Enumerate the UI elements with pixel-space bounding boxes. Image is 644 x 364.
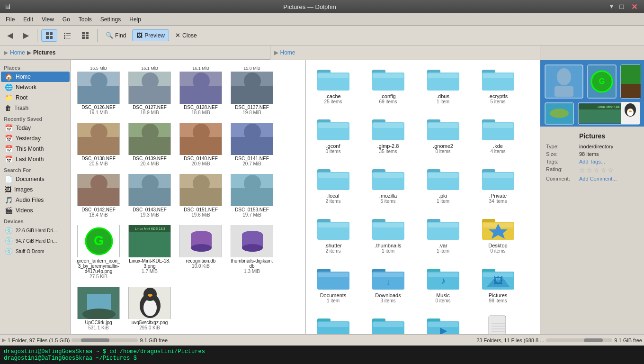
- documents-icon: 📄: [5, 175, 13, 183]
- file-item[interactable]: UpCC9rk.jpg531.1 KiB: [75, 285, 122, 332]
- sidebar-item-root[interactable]: 📁 Root: [1, 92, 70, 103]
- view-details-button[interactable]: [59, 29, 75, 42]
- preview-button[interactable]: 🖼 Preview: [132, 29, 169, 41]
- nef-thumbnail: [231, 174, 273, 206]
- find-button[interactable]: 🔍 Find: [101, 29, 130, 41]
- close-split-button[interactable]: ✕ Close: [171, 29, 201, 41]
- folder-item[interactable]: ▶Videos: [420, 313, 467, 334]
- rating-stars[interactable]: ☆☆☆☆☆: [579, 166, 615, 174]
- breadcrumb-home[interactable]: Home: [10, 49, 25, 56]
- file-item[interactable]: Linux Mint KDE 18.3Linux-Mint-KDE-18.3.p…: [126, 223, 173, 281]
- sidebar-item-videos[interactable]: 🎬 Videos: [1, 205, 70, 216]
- file-item[interactable]: 16.5 MiBDSC_0126.NEF19.1 MiB: [75, 64, 122, 117]
- sidebar-item-documents[interactable]: 📄 Documents: [1, 174, 70, 184]
- sidebar-item-trash[interactable]: 🗑 Trash: [1, 103, 70, 113]
- file-item[interactable]: 15.8 MiBDSC_0137.NEF19.8 MiB: [228, 64, 276, 117]
- folder-item[interactable]: 🖼Pictures98 items: [474, 263, 522, 305]
- folder-item[interactable]: .shutter2 items: [310, 213, 357, 255]
- back-button[interactable]: ◀: [3, 28, 17, 43]
- svg-point-62: [191, 244, 212, 252]
- menu-view[interactable]: View: [38, 15, 58, 24]
- folder-item[interactable]: .var1 item: [420, 213, 467, 255]
- sidebar-item-hdd2[interactable]: 💿 94.7 GiB Hard Dri...: [1, 236, 70, 246]
- folder-item[interactable]: Public: [310, 313, 357, 334]
- sidebar-item-this-month[interactable]: 📅 This Month: [1, 144, 70, 154]
- menu-edit[interactable]: Edit: [19, 15, 37, 24]
- sidebar-item-yesterday[interactable]: 📅 Yesterday: [1, 133, 70, 144]
- menu-tools[interactable]: Tools: [75, 15, 96, 24]
- folder-item[interactable]: ↓Downloads3 items: [365, 263, 412, 305]
- folder-count: 1 item: [382, 248, 394, 254]
- file-item[interactable]: DSC_0140.NEF20.9 MiB: [177, 121, 224, 168]
- folder-label: .shutter: [324, 243, 342, 248]
- folder-item[interactable]: .kde4 items: [474, 114, 522, 156]
- sidebar-item-stuff[interactable]: 💿 Stuff O Doom: [1, 246, 70, 256]
- sidebar-item-today[interactable]: 📅 Today: [1, 123, 70, 133]
- view-icons-button[interactable]: [41, 29, 57, 42]
- folder-item[interactable]: .gconf0 items: [310, 114, 357, 156]
- file-item[interactable]: Ggreen_lantern_icon_3_by_jeremymallin-d4…: [75, 223, 122, 281]
- folder-item[interactable]: ♪Music0 items: [420, 263, 467, 305]
- folder-item[interactable]: .config69 items: [365, 64, 412, 106]
- menu-help[interactable]: Help: [125, 15, 145, 24]
- today-icon: 📅: [5, 124, 13, 132]
- root-icon: 📁: [5, 94, 13, 101]
- folder-item[interactable]: .local2 items: [310, 164, 357, 206]
- file-item[interactable]: DSC_0138.NEF20.5 MiB: [75, 121, 122, 168]
- file-item[interactable]: DSC_0151.NEF19.6 MiB: [177, 172, 224, 219]
- sidebar-item-audio[interactable]: 🎵 Audio Files: [1, 195, 70, 205]
- main-container: Places 🏠 Home 🌐 Network 📁 Root 🗑 Trash R…: [0, 60, 644, 334]
- file-item[interactable]: DSC_0153.NEF19.7 MiB: [228, 172, 276, 219]
- comment-link[interactable]: Add Comment...: [579, 176, 617, 182]
- sidebar-item-last-month[interactable]: 📅 Last Month: [1, 154, 70, 164]
- file-item[interactable]: recognition.db10.0 KiB: [177, 223, 224, 281]
- folder-item[interactable]: .Private34 items: [474, 164, 522, 206]
- sidebar-item-images[interactable]: 🖼 Images: [1, 184, 70, 195]
- titlebar-controls: ▾ ◻ ✕: [608, 1, 640, 12]
- left-scrollbar-track[interactable]: [72, 338, 138, 342]
- tags-link[interactable]: Add Tags...: [579, 159, 605, 164]
- gl-thumbnail: G: [78, 225, 119, 257]
- file-item[interactable]: DSC_0141.NEF20.7 MiB: [228, 121, 276, 168]
- left-scrollbar-thumb[interactable]: [81, 338, 109, 342]
- file-item[interactable]: uvq5vscitxgz.png295.0 KiB: [126, 285, 173, 332]
- info-details: Pictures Type: inode/directory Size: 98 …: [540, 127, 644, 189]
- folder-icon-svg: [371, 66, 405, 92]
- menu-file[interactable]: File: [2, 15, 18, 24]
- folder-item[interactable]: .pki1 item: [420, 164, 467, 206]
- file-item[interactable]: DSC_0139.NEF20.4 MiB: [126, 121, 173, 168]
- folder-item[interactable]: Desktop0 items: [474, 213, 522, 255]
- sidebar-item-home[interactable]: 🏠 Home: [1, 72, 70, 82]
- right-scrollbar-track[interactable]: [546, 338, 612, 342]
- sidebar-item-network[interactable]: 🌐 Network: [1, 82, 70, 92]
- folder-item[interactable]: .mozilla5 items: [365, 164, 412, 206]
- folder-item[interactable]: .dbus1 item: [420, 64, 467, 106]
- folder-item[interactable]: Documents1 item: [310, 263, 357, 305]
- file-item[interactable]: DSC_0143.NEF19.3 MiB: [126, 172, 173, 219]
- svg-rect-113: [318, 223, 349, 228]
- folder-item[interactable]: .cache25 items: [310, 64, 357, 106]
- sidebar-item-images-label: Images: [14, 186, 33, 193]
- folder-item[interactable]: .gimp-2.835 items: [365, 114, 412, 156]
- titlebar-close-icon[interactable]: ✕: [628, 1, 640, 12]
- menu-go[interactable]: Go: [59, 15, 74, 24]
- folder-item[interactable]: .gnome20 items: [420, 114, 467, 156]
- sidebar-item-documents-label: Documents: [16, 176, 45, 182]
- file-item[interactable]: thumbnails-digikam.db1.3 MiB: [228, 223, 276, 281]
- folder-item[interactable]: Templates: [365, 313, 412, 334]
- breadcrumb-home-right[interactable]: Home: [280, 49, 295, 56]
- file-item[interactable]: DSC_0142.NEF18.4 MiB: [75, 172, 122, 219]
- folder-item[interactable]: .thumbnails1 item: [365, 213, 412, 255]
- folder-item[interactable]: .bash_history: [474, 313, 522, 334]
- menu-settings[interactable]: Settings: [97, 15, 125, 24]
- titlebar-restore-icon[interactable]: ◻: [617, 1, 626, 12]
- folder-item[interactable]: .ecryptfs5 items: [474, 64, 522, 106]
- sidebar-item-hdd1[interactable]: 💿 22.6 GiB Hard Dri...: [1, 225, 70, 236]
- file-item[interactable]: 16.1 MiBDSC_0128.NEF18.8 MiB: [177, 64, 224, 117]
- file-item[interactable]: 16.1 MiBDSC_0127.NEF18.9 MiB: [126, 64, 173, 117]
- forward-button[interactable]: ▶: [19, 28, 33, 43]
- file-name: DSC_0143.NEF: [133, 207, 167, 212]
- view-compact-button[interactable]: [77, 29, 93, 42]
- titlebar-down-icon[interactable]: ▾: [608, 1, 615, 12]
- right-scrollbar-thumb[interactable]: [584, 338, 603, 342]
